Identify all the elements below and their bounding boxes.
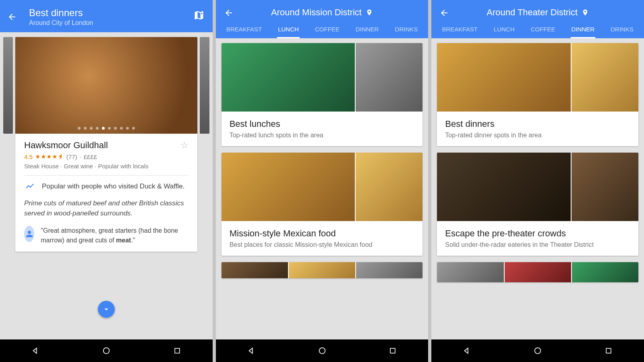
nav-recent-button[interactable] xyxy=(603,345,615,357)
next-card-peek[interactable] xyxy=(200,37,209,134)
app-header: Around Mission District BREAKFAST LUNCH … xyxy=(216,0,429,38)
rating-value: 4.5 xyxy=(24,153,33,160)
svg-point-3 xyxy=(319,348,325,354)
back-button[interactable] xyxy=(223,7,234,19)
tab-dinner[interactable]: DINNER xyxy=(569,21,597,38)
android-navbar xyxy=(0,339,213,362)
page-subtitle: Around City of London xyxy=(29,19,93,27)
photo-thumbnail xyxy=(356,262,422,278)
collection-subtitle: Top-rated dinner spots in the area xyxy=(445,132,630,139)
photo-thumbnail xyxy=(222,43,355,112)
expand-down-button[interactable] xyxy=(98,301,115,318)
nav-home-button[interactable] xyxy=(316,345,328,357)
review-quote: "Great atmosphere, great starters (had t… xyxy=(41,226,188,245)
phone-explore-mission: Around Mission District BREAKFAST LUNCH … xyxy=(216,0,429,362)
tab-dinner[interactable]: DINNER xyxy=(353,21,381,38)
svg-point-1 xyxy=(103,348,109,354)
location-pin-icon xyxy=(582,9,589,16)
tab-drinks[interactable]: DRINKS xyxy=(393,21,420,38)
review-count: (77) xyxy=(66,153,77,160)
tab-lunch[interactable]: LUNCH xyxy=(491,21,517,38)
page-title-button[interactable]: Around Theater District xyxy=(487,7,589,18)
map-toggle-button[interactable] xyxy=(193,10,205,21)
page-title-button[interactable]: Around Mission District xyxy=(271,7,373,18)
collection-card-best-dinners[interactable]: Best dinners Top-rated dinner spots in t… xyxy=(437,43,638,146)
reviewer-avatar-icon xyxy=(24,226,34,242)
tab-lunch[interactable]: LUNCH xyxy=(275,21,301,38)
collection-title: Best dinners xyxy=(445,119,630,129)
restaurant-card[interactable]: Hawksmoor Guildhall ☆ 4.5 ★★★★⯨ (77) · £… xyxy=(15,37,197,252)
category-tabs: BREAKFAST LUNCH COFFEE DINNER DRINKS xyxy=(216,21,429,38)
photo-thumbnail xyxy=(437,153,571,221)
android-navbar xyxy=(216,339,429,362)
nav-recent-button[interactable] xyxy=(171,345,183,357)
save-star-button[interactable]: ☆ xyxy=(180,140,188,151)
trend-icon xyxy=(24,181,35,192)
hero-photo-carousel[interactable] xyxy=(15,37,197,134)
photo-thumbnail xyxy=(572,153,638,221)
photo-thumbnail xyxy=(437,262,503,282)
tab-breakfast[interactable]: BREAKFAST xyxy=(439,21,480,38)
nav-back-button[interactable] xyxy=(245,345,257,357)
photo-thumbnail xyxy=(356,43,422,112)
collection-card-peek[interactable] xyxy=(437,262,638,282)
tab-coffee[interactable]: COFFEE xyxy=(313,21,342,38)
photo-thumbnail xyxy=(437,43,571,112)
collection-subtitle: Top-rated lunch spots in the area xyxy=(230,132,415,139)
collection-title: Mission-style Mexican food xyxy=(230,228,415,239)
category-tabs: BREAKFAST LUNCH COFFEE DINNER DRINKS xyxy=(431,21,644,38)
editorial-description: Prime cuts of matured beef and other Bri… xyxy=(24,198,188,219)
svg-rect-2 xyxy=(175,348,180,353)
nav-recent-button[interactable] xyxy=(387,345,399,357)
collection-title: Escape the pre-theater crowds xyxy=(445,228,630,239)
photo-thumbnail xyxy=(572,43,638,112)
collection-card-mexican[interactable]: Mission-style Mexican food Best places f… xyxy=(222,153,423,256)
collection-card-peek[interactable] xyxy=(222,262,423,278)
photo-thumbnail xyxy=(572,262,638,282)
photo-thumbnail xyxy=(356,153,422,221)
svg-point-5 xyxy=(535,348,541,354)
restaurant-name: Hawksmoor Guildhall xyxy=(24,140,108,151)
tab-drinks[interactable]: DRINKS xyxy=(608,21,636,38)
collection-card-pre-theater[interactable]: Escape the pre-theater crowds Solid unde… xyxy=(437,153,638,256)
carousel-dots xyxy=(15,127,197,130)
svg-rect-6 xyxy=(606,348,611,353)
photo-thumbnail xyxy=(222,153,355,221)
phone-explore-theater: Around Theater District BREAKFAST LUNCH … xyxy=(431,0,644,362)
nav-home-button[interactable] xyxy=(100,345,112,357)
nav-back-button[interactable] xyxy=(29,345,41,357)
prev-card-peek[interactable] xyxy=(3,37,13,134)
android-navbar xyxy=(431,339,644,362)
popularity-insight: Popular with people who visited Duck & W… xyxy=(42,181,184,192)
phone-detail-london: Best dinners Around City of London xyxy=(0,0,213,362)
collection-card-best-lunches[interactable]: Best lunches Top-rated lunch spots in th… xyxy=(222,43,423,146)
back-button[interactable] xyxy=(439,7,450,19)
collection-title: Best lunches xyxy=(230,119,415,129)
page-title: Best dinners xyxy=(29,7,93,19)
restaurant-tags: Steak House · Great wine · Popular with … xyxy=(24,163,188,170)
nav-back-button[interactable] xyxy=(461,345,473,357)
svg-point-0 xyxy=(201,12,203,14)
price-level: ££££ xyxy=(84,153,97,160)
collection-subtitle: Solid under-the-radar eateries in the Th… xyxy=(445,241,630,248)
back-button[interactable] xyxy=(6,11,18,23)
photo-thumbnail xyxy=(222,262,288,278)
photo-thumbnail xyxy=(289,262,355,278)
tab-breakfast[interactable]: BREAKFAST xyxy=(224,21,264,38)
location-pin-icon xyxy=(366,9,373,16)
rating-line: 4.5 ★★★★⯨ (77) · ££££ xyxy=(24,153,188,160)
photo-thumbnail xyxy=(505,262,571,282)
svg-rect-4 xyxy=(391,348,396,353)
app-header: Best dinners Around City of London xyxy=(0,0,213,32)
app-header: Around Theater District BREAKFAST LUNCH … xyxy=(431,0,644,38)
collection-subtitle: Best places for classic Mission-style Me… xyxy=(230,241,415,248)
tab-coffee[interactable]: COFFEE xyxy=(528,21,558,38)
rating-stars-icon: ★★★★⯨ xyxy=(35,153,64,160)
nav-home-button[interactable] xyxy=(532,345,544,357)
